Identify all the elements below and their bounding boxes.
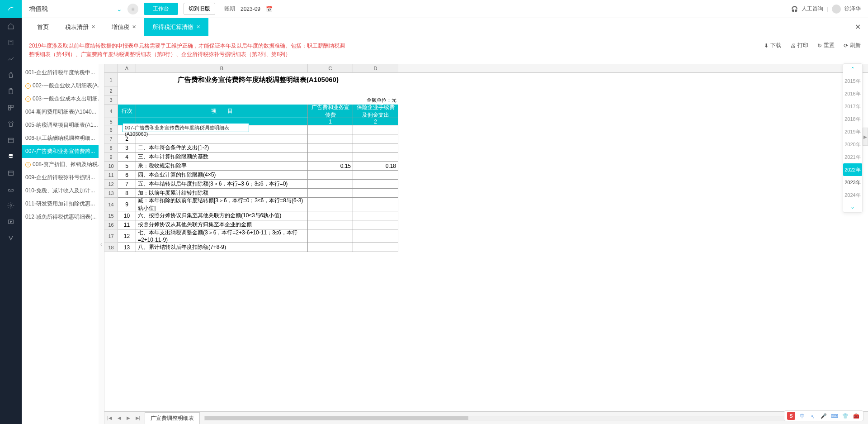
refresh-button[interactable]: ⟳ 刷新 [844,42,861,49]
row-header[interactable]: 7 [104,134,118,143]
app-logo[interactable] [0,0,22,18]
sheet-tab[interactable]: 广宣费调整明细表 [145,412,200,424]
row-header[interactable]: 8 [104,143,118,152]
consult-link[interactable]: 人工咨询 [802,5,823,13]
cell-value-c[interactable] [308,180,353,189]
ime-skin-icon[interactable]: 👕 [841,412,849,420]
cell-value-c[interactable] [308,220,353,229]
row-header[interactable]: 3 [104,95,118,105]
cell-desc[interactable]: 六、按照分摊协议归集至其他关联方的金额(10≤3与6孰小值) [136,211,308,220]
nav-calendar-icon[interactable] [0,132,22,148]
form-item-3[interactable]: 004-期间费用明细表(A1040... [22,105,99,119]
row-header[interactable]: 6 [104,125,118,134]
workbench-button[interactable]: 工作台 [144,3,178,15]
tab-2[interactable]: 增值税✕ [104,18,144,36]
cell-value-d[interactable] [353,180,398,189]
cell-rownum[interactable]: 5 [118,162,136,171]
cell-rownum[interactable]: 6 [118,171,136,180]
reset-button[interactable]: ↻ 重置 [817,42,835,49]
nav-doc-icon[interactable] [0,34,22,51]
nav-shirt-icon[interactable] [0,116,22,132]
cell-value-c[interactable] [308,143,353,152]
year-2016年[interactable]: 2016年 [843,87,862,100]
form-item-4[interactable]: 005-纳税调整项目明细表(A1... [22,119,99,132]
nav-bag-icon[interactable] [0,67,22,83]
row-header[interactable]: 17 [104,229,118,243]
year-2017年[interactable]: 2017年 [843,100,862,113]
form-item-7[interactable]: !008-资产折旧、摊销及纳税... [22,158,99,171]
form-item-5[interactable]: 006-职工薪酬纳税调整明细... [22,132,99,145]
ime-toolbox-icon[interactable]: 🧰 [852,412,860,420]
nav-tax-icon[interactable] [0,148,22,165]
cell-value-d[interactable] [353,211,398,220]
col-header-c[interactable]: C [308,64,353,72]
cell-rownum[interactable]: 8 [118,189,136,198]
cell-value-d[interactable] [353,152,398,162]
username[interactable]: 徐泽华 [844,5,861,13]
ime-s-icon[interactable]: S [787,412,795,420]
switch-old-button[interactable]: 切到旧版 [184,3,215,15]
year-2018年[interactable]: 2018年 [843,113,862,125]
cell-rownum[interactable]: 12 [118,229,136,243]
cell-value-d[interactable]: 0.18 [353,162,398,171]
nav-archive-icon[interactable] [0,165,22,181]
nav-settings-icon[interactable] [0,197,22,214]
col-header-d[interactable]: D [353,64,398,72]
ime-lang-icon[interactable]: 中 [798,412,806,420]
tab-1[interactable]: 税表清册✕ [57,18,104,36]
cell-value-d[interactable] [353,125,398,134]
year-2015年[interactable]: 2015年 [843,75,862,87]
cell-value-c[interactable] [308,134,353,143]
sheet-corner[interactable] [104,64,118,72]
year-2022年[interactable]: 2022年 [843,163,862,176]
cell-value-c[interactable] [308,198,353,211]
form-item-0[interactable]: 001-企业所得税年度纳税申... [22,66,99,79]
cell-rownum[interactable]: 11 [118,220,136,229]
cell-value-d[interactable] [353,229,398,243]
cell-desc[interactable]: 三、本年计算扣除限额的基数 [136,152,308,162]
cell-value-d[interactable] [353,243,398,252]
calendar-icon[interactable]: 📅 [266,6,273,12]
sheet-nav-first-icon[interactable]: |◀ [104,415,115,420]
print-button[interactable]: 🖨 打印 [790,42,808,49]
cell-value-d[interactable] [353,134,398,143]
sheet-grid[interactable]: A B C D 1广告费和业务宣传费跨年度纳税调整明细表(A105060) 2 … [104,64,868,411]
ime-keyboard-icon[interactable]: ⌨ [830,412,839,420]
cell-editor[interactable]: 007-广告费和业务宣传费跨年度纳税调整明细表(A105060) [123,123,249,132]
nav-inbox-icon[interactable] [0,181,22,197]
year-2019年[interactable]: 2019年 [843,125,862,138]
col-header-a[interactable]: A [118,64,136,72]
cell-value-d[interactable] [353,220,398,229]
cell-desc[interactable]: 二、本年符合条件的支出(1-2) [136,143,308,152]
year-2023年[interactable]: 2023年 [843,176,862,189]
tab-3[interactable]: 所得税汇算清缴✕ [144,18,208,36]
cell-value-c[interactable] [308,125,353,134]
cell-rownum[interactable]: 4 [118,152,136,162]
cell-desc[interactable] [136,134,308,143]
ime-mic-icon[interactable]: 🎤 [820,412,828,420]
row-header[interactable]: 13 [104,189,118,198]
download-button[interactable]: ⬇ 下载 [764,42,781,49]
tab-close-icon[interactable]: ✕ [132,24,136,30]
nav-chart-icon[interactable] [0,51,22,67]
cell-value-d[interactable] [353,198,398,211]
form-item-8[interactable]: 009-企业所得税弥补亏损明... [22,171,99,184]
tab-close-icon[interactable]: ✕ [196,24,200,30]
form-item-11[interactable]: 012-减免所得税优惠明细表(... [22,210,99,224]
row-header[interactable]: 9 [104,152,118,162]
cell-value-c[interactable] [308,152,353,162]
row-header[interactable]: 5 [104,118,118,125]
row-header[interactable]: 1 [104,73,118,86]
ime-punct-icon[interactable]: •, [809,412,817,420]
headset-icon[interactable]: 🎧 [791,6,798,12]
form-item-1[interactable]: !002-一般企业收入明细表(A... [22,79,99,92]
sidebar-collapse-handle[interactable]: ‹ [99,64,104,424]
module-dropdown-icon[interactable]: ⌄ [117,5,122,13]
nav-home-icon[interactable] [0,18,22,34]
cell-desc[interactable]: 减：本年扣除的以前年度结转额[3＞6，本行=0；3≤6，本行=8与(6-3)孰小… [136,198,308,211]
form-item-9[interactable]: 010-免税、减计收入及加计... [22,184,99,197]
tab-0[interactable]: 首页 [29,18,57,36]
cell-value-d[interactable] [353,189,398,198]
form-item-2[interactable]: !003-一般企业成本支出明细... [22,92,99,105]
right-expand-handle[interactable]: ▶ [863,128,868,146]
